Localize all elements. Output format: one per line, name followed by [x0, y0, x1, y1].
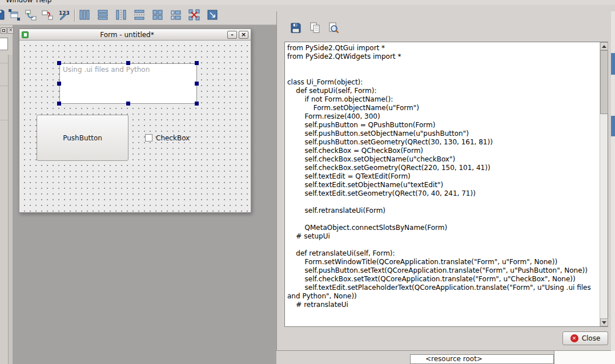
copy-icon [308, 21, 322, 35]
selection-fragment [611, 53, 615, 75]
dock-row-divider [0, 120, 8, 120]
selection-handle-bottom-middle[interactable] [126, 102, 130, 106]
scroll-up-button[interactable] [600, 42, 608, 50]
widget-filter-input[interactable] [0, 38, 8, 50]
menu-help[interactable]: Help [36, 0, 51, 4]
code-text[interactable]: from PySide2.QtGui import * from PySide2… [285, 42, 600, 326]
edit-buddies-icon [41, 9, 54, 21]
layout-vertical-icon [97, 9, 109, 21]
minimize-button[interactable]: - [227, 31, 237, 39]
layout-horizontal-splitter-button[interactable] [114, 8, 128, 22]
layout-vertical-splitter-button[interactable] [132, 8, 146, 22]
break-layout-icon [188, 9, 200, 21]
bottom-panel-fragment [554, 351, 615, 364]
copy-code-button[interactable] [307, 20, 323, 36]
checkbox-widget[interactable]: CheckBox [145, 126, 203, 149]
save-icon [289, 21, 303, 35]
edit-signals-slots-icon [25, 9, 37, 21]
right-edge-panel-fragment [611, 11, 615, 351]
selection-handle-middle-left[interactable] [57, 82, 61, 86]
close-button[interactable]: × [239, 31, 248, 39]
scrollbar-thumb[interactable] [600, 50, 608, 114]
code-view: from PySide2.QtGui import * from PySide2… [284, 42, 608, 327]
arrow-down-icon [602, 321, 606, 324]
python-code-dialog: from PySide2.QtGui import * from PySide2… [276, 11, 611, 351]
selection-handle-middle-right[interactable] [195, 82, 199, 86]
textedit-widget[interactable]: Using .ui files and Python [59, 63, 197, 104]
checkbox-box[interactable] [145, 134, 152, 141]
menu-window[interactable]: Window [6, 0, 33, 4]
partial-toolbar-button[interactable] [0, 8, 6, 22]
layout-form-button[interactable] [169, 8, 183, 22]
scroll-down-button[interactable] [600, 318, 608, 326]
qt-designer-window: Window Help [0, 0, 615, 364]
edit-widgets-button[interactable] [7, 8, 21, 22]
layout-form-icon [170, 9, 182, 21]
layout-vertical-button[interactable] [96, 8, 110, 22]
menubar: Window Help [0, 0, 615, 5]
layout-horizontal-button[interactable] [78, 8, 91, 22]
arrow-up-icon [602, 45, 606, 48]
dock-float-button[interactable] [1, 27, 7, 34]
code-vertical-scrollbar[interactable] [600, 42, 608, 326]
close-icon: × [9, 27, 13, 33]
close-button-label: Close [582, 334, 601, 342]
float-icon [2, 29, 5, 32]
layout-vertical-splitter-icon [133, 9, 146, 21]
find-code-button[interactable] [325, 20, 341, 36]
dialog-close-button[interactable]: ✕ Close [562, 331, 608, 345]
layout-grid-icon [151, 9, 164, 21]
textedit-placeholder: Using .ui files and Python [63, 66, 150, 74]
layout-horizontal-icon [78, 9, 91, 21]
dock-close-button[interactable]: × [7, 27, 14, 34]
edit-tab-order-button[interactable]: 123 [57, 8, 71, 22]
edit-widgets-icon [8, 9, 21, 21]
form-designer-window: Form - untitled* - × Using .ui files and… [19, 29, 251, 213]
dock-row-divider [0, 86, 8, 86]
partial-icon [0, 9, 6, 21]
adjust-size-icon [206, 9, 219, 21]
form-window-titlebar[interactable]: Form - untitled* - × [19, 29, 251, 41]
break-layout-button[interactable] [187, 8, 201, 22]
form-window-title: Form - untitled* [29, 31, 226, 39]
find-icon [327, 21, 340, 35]
selection-handle-top-middle[interactable] [126, 61, 130, 65]
selection-handle-top-right[interactable] [195, 61, 199, 65]
close-circle-icon: ✕ [570, 334, 578, 342]
save-code-button[interactable] [288, 20, 304, 36]
edit-buddies-button[interactable] [41, 8, 54, 22]
resource-root-item[interactable]: <resource root> [410, 354, 554, 364]
adjust-size-button[interactable] [206, 8, 219, 22]
layout-horizontal-splitter-icon [115, 9, 127, 21]
toolbar-separator [74, 9, 75, 22]
dock-row-divider [0, 63, 8, 63]
designer-form-icon [22, 31, 29, 38]
selection-fragment [611, 116, 615, 136]
selection-handle-bottom-right[interactable] [195, 102, 199, 106]
selection-handle-top-left[interactable] [57, 61, 61, 65]
pushbutton-widget[interactable]: PushButton [37, 115, 128, 161]
checkbox-label: CheckBox [156, 134, 190, 142]
layout-grid-button[interactable] [151, 8, 164, 22]
edit-signals-slots-button[interactable] [24, 8, 38, 22]
pushbutton-label: PushButton [63, 134, 102, 142]
dock-scrollbar[interactable] [8, 55, 13, 364]
selection-handle-bottom-left[interactable] [57, 102, 61, 106]
edit-tab-order-icon: 123 [58, 9, 70, 21]
widget-box-dock: × [0, 25, 13, 364]
form-canvas[interactable]: Using .ui files and Python PushButton Ch… [19, 41, 251, 212]
